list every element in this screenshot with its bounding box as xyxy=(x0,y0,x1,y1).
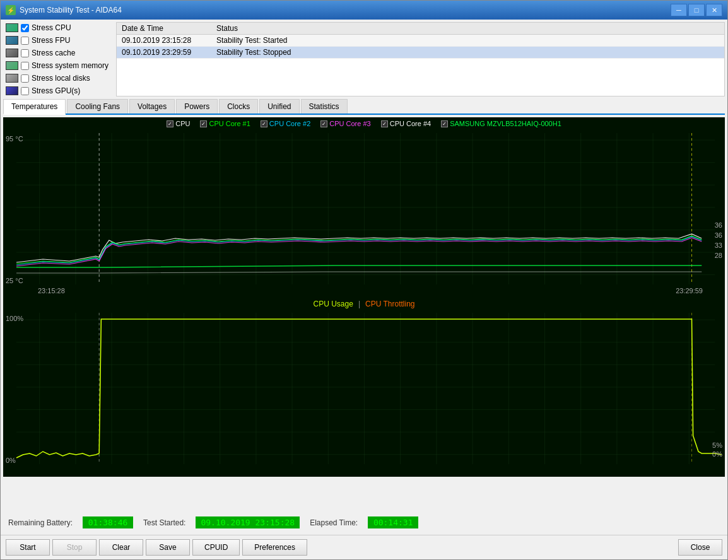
app-icon: ⚡ xyxy=(6,5,16,15)
temp-x-left: 23:15:28 xyxy=(38,287,65,295)
stress-cpu-item: Stress CPU xyxy=(3,22,111,33)
svg-rect-1 xyxy=(16,133,715,284)
battery-value: 01:38:46 xyxy=(83,516,133,528)
log-panel: Date & Time Status 09.10.2019 23:15:28 S… xyxy=(116,22,725,96)
log-date-header: Date & Time xyxy=(122,24,216,33)
svg-rect-5 xyxy=(16,313,715,464)
elapsed-value: 00:14:31 xyxy=(368,516,418,528)
stress-gpu-item: Stress GPU(s) xyxy=(3,85,111,96)
log-status-1: Stability Test: Stopped xyxy=(216,48,719,57)
stop-button[interactable]: Stop xyxy=(52,539,97,556)
temp-chart-legend: ✓ CPU ✓ CPU Core #1 ✓ CPU Core #2 ✓ CPU … xyxy=(3,120,725,127)
legend-core1-checkbox[interactable]: ✓ xyxy=(200,120,207,127)
maximize-button[interactable]: □ xyxy=(688,4,705,16)
tab-temperatures[interactable]: Temperatures xyxy=(3,99,66,115)
stress-cpu-label: Stress CPU xyxy=(32,23,71,32)
tab-statistics[interactable]: Statistics xyxy=(301,99,348,114)
stress-gpu-label: Stress GPU(s) xyxy=(32,86,80,95)
window-controls: ─ □ ✕ xyxy=(671,4,722,16)
tab-voltages[interactable]: Voltages xyxy=(129,99,175,114)
stress-local-item: Stress local disks xyxy=(3,73,111,84)
tab-cooling-fans[interactable]: Cooling Fans xyxy=(67,99,128,114)
minimize-button[interactable]: ─ xyxy=(671,4,687,16)
stress-cache-label: Stress cache xyxy=(32,49,75,57)
legend-core3-label: CPU Core #3 xyxy=(329,120,370,127)
stress-local-checkbox[interactable] xyxy=(21,74,29,83)
stress-cache-icon xyxy=(6,49,18,57)
temp-right-28: 28 xyxy=(715,252,722,259)
legend-samsung-label: SAMSUNG MZVLB512HAIQ-000H1 xyxy=(450,120,561,127)
top-section: Stress CPU Stress FPU Stress cache Stres… xyxy=(3,22,725,96)
usage-chart-title: CPU Usage | CPU Throttling xyxy=(3,300,725,308)
temp-right-33: 33 xyxy=(715,242,722,249)
main-window: ⚡ System Stability Test - AIDA64 ─ □ ✕ S… xyxy=(0,0,728,560)
legend-core4-checkbox[interactable]: ✓ xyxy=(381,120,388,127)
stress-fpu-item: Stress FPU xyxy=(3,35,111,46)
charts-area: ✓ CPU ✓ CPU Core #1 ✓ CPU Core #2 ✓ CPU … xyxy=(3,117,725,510)
legend-cpu-label: CPU xyxy=(175,120,190,127)
stress-memory-icon xyxy=(6,61,18,70)
stress-memory-item: Stress system memory xyxy=(3,60,111,71)
cpuid-button[interactable]: CPUID xyxy=(192,539,240,556)
tabs-section: Temperatures Cooling Fans Voltages Power… xyxy=(3,99,725,115)
started-value: 09.10.2019 23:15:28 xyxy=(196,516,300,528)
stress-cache-item: Stress cache xyxy=(3,47,111,59)
usage-y-bottom: 0% xyxy=(6,457,16,464)
legend-core2-checkbox[interactable]: ✓ xyxy=(261,120,267,127)
temp-y-bottom: 25 °C xyxy=(6,277,23,284)
stress-fpu-checkbox[interactable] xyxy=(21,37,29,45)
log-status-0: Stability Test: Started xyxy=(216,36,719,45)
elapsed-label: Elapsed Time: xyxy=(310,518,358,527)
tabs-bar: Temperatures Cooling Fans Voltages Power… xyxy=(3,99,725,115)
stress-cpu-icon xyxy=(6,23,18,32)
window-close-button[interactable]: ✕ xyxy=(706,4,722,16)
legend-core3-checkbox[interactable]: ✓ xyxy=(320,120,327,127)
usage-right-0: 0% xyxy=(712,450,722,458)
stress-fpu-icon xyxy=(6,36,18,45)
log-date-1: 09.10.2019 23:29:59 xyxy=(122,48,216,57)
legend-core2: ✓ CPU Core #2 xyxy=(261,120,310,127)
stress-local-label: Stress local disks xyxy=(32,74,90,83)
temp-right-labels: 36 36 33 28 xyxy=(715,221,722,259)
stress-local-icon xyxy=(6,74,18,83)
preferences-button[interactable]: Preferences xyxy=(242,539,307,556)
stress-cpu-checkbox[interactable] xyxy=(21,24,29,32)
save-button[interactable]: Save xyxy=(146,539,190,556)
legend-samsung-checkbox[interactable]: ✓ xyxy=(441,120,448,127)
temp-right-36a: 36 xyxy=(715,221,722,229)
tab-powers[interactable]: Powers xyxy=(176,99,218,114)
start-button[interactable]: Start xyxy=(6,539,50,556)
close-button[interactable]: Close xyxy=(678,539,722,556)
temp-y-top: 95 °C xyxy=(6,135,23,143)
legend-core4: ✓ CPU Core #4 xyxy=(381,120,431,127)
tab-clocks[interactable]: Clocks xyxy=(219,99,258,114)
temperature-chart: ✓ CPU ✓ CPU Core #1 ✓ CPU Core #2 ✓ CPU … xyxy=(3,117,725,297)
usage-right-5: 5% xyxy=(712,441,722,449)
usage-title-left: CPU Usage xyxy=(314,300,353,308)
started-label: Test Started: xyxy=(143,518,185,527)
stress-cache-checkbox[interactable] xyxy=(21,49,29,57)
stress-memory-label: Stress system memory xyxy=(32,61,109,70)
log-row[interactable]: 09.10.2019 23:29:59 Stability Test: Stop… xyxy=(117,47,724,59)
legend-cpu-checkbox[interactable]: ✓ xyxy=(167,120,173,127)
usage-y-top: 100% xyxy=(6,315,23,322)
content-area: Stress CPU Stress FPU Stress cache Stres… xyxy=(1,20,727,535)
usage-title-right: CPU Throttling xyxy=(365,300,414,308)
log-status-header: Status xyxy=(216,24,719,33)
stress-gpu-checkbox[interactable] xyxy=(21,87,29,95)
window-title: System Stability Test - AIDA64 xyxy=(20,6,671,15)
stress-gpu-icon xyxy=(6,86,18,95)
stress-options-panel: Stress CPU Stress FPU Stress cache Stres… xyxy=(3,22,111,96)
tab-unified[interactable]: Unified xyxy=(259,99,299,114)
stress-memory-checkbox[interactable] xyxy=(21,62,29,70)
usage-title-sep: | xyxy=(358,300,360,308)
legend-core3: ✓ CPU Core #3 xyxy=(320,120,370,127)
legend-core4-label: CPU Core #4 xyxy=(390,120,431,127)
legend-samsung: ✓ SAMSUNG MZVLB512HAIQ-000H1 xyxy=(441,120,561,127)
usage-right-labels: 5% 0% xyxy=(712,441,722,458)
log-row[interactable]: 09.10.2019 23:15:28 Stability Test: Star… xyxy=(117,35,724,47)
legend-core1: ✓ CPU Core #1 xyxy=(200,120,250,127)
clear-button[interactable]: Clear xyxy=(99,539,143,556)
usage-chart: CPU Usage | CPU Throttling xyxy=(3,297,725,477)
bottom-bar: Start Stop Clear Save CPUID Preferences … xyxy=(1,535,727,559)
